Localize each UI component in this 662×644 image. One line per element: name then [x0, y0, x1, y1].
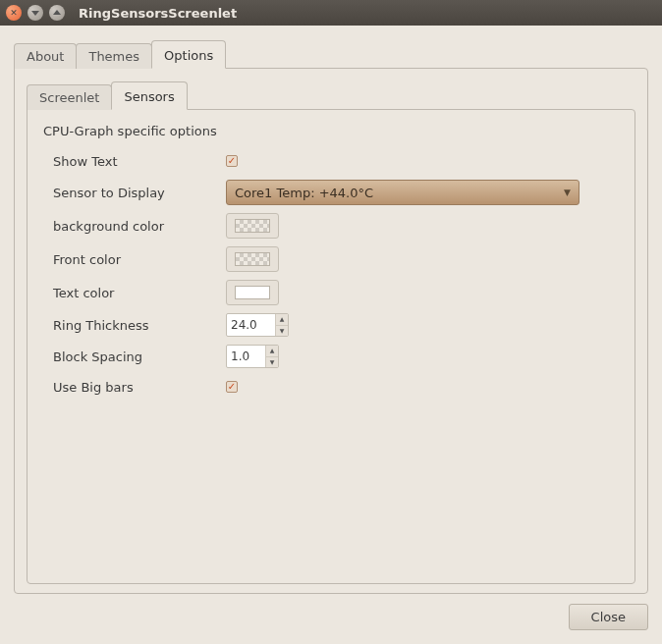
color-button-text[interactable] [226, 280, 279, 305]
spinner-ring-thickness[interactable]: 24.0 ▲ ▼ [226, 313, 289, 337]
row-show-text: Show Text ✓ [43, 150, 619, 172]
window-body: About Themes Options Screenlet Sensors C… [0, 26, 662, 644]
label-show-text: Show Text [43, 154, 226, 169]
spinner-down-icon[interactable]: ▼ [276, 326, 288, 337]
row-front-color: Front color [43, 246, 619, 272]
row-ring-thickness: Ring Thickness 24.0 ▲ ▼ [43, 313, 619, 337]
options-panel: Screenlet Sensors CPU-Graph specific opt… [14, 68, 648, 594]
label-text-color: Text color [43, 286, 226, 300]
inner-tab-strip: Screenlet Sensors [27, 81, 635, 110]
window-minimize-icon[interactable] [28, 5, 43, 21]
main-tab-strip: About Themes Options [14, 40, 648, 69]
spinner-ring-thickness-value[interactable]: 24.0 [227, 314, 275, 336]
checkbox-show-text[interactable]: ✓ [226, 155, 238, 167]
color-swatch-text [235, 286, 270, 299]
titlebar: ✕ RingSensorsScreenlet [0, 0, 662, 26]
spinner-down-icon[interactable]: ▼ [266, 357, 278, 368]
color-button-front[interactable] [226, 246, 279, 272]
spinner-up-icon[interactable]: ▲ [266, 346, 278, 357]
section-title: CPU-Graph specific options [43, 124, 619, 138]
svg-marker-0 [31, 11, 39, 16]
close-button[interactable]: Close [569, 604, 648, 630]
dropdown-sensor-value: Core1 Temp: +44.0°C [235, 186, 373, 200]
row-big-bars: Use Big bars ✓ [43, 376, 619, 398]
tab-sensors[interactable]: Sensors [111, 81, 187, 110]
label-bg-color: background color [43, 219, 226, 234]
label-big-bars: Use Big bars [43, 380, 226, 395]
window-maximize-icon[interactable] [49, 5, 65, 21]
row-text-color: Text color [43, 280, 619, 305]
tab-about[interactable]: About [14, 43, 77, 69]
window-close-icon[interactable]: ✕ [6, 5, 22, 21]
checkbox-big-bars[interactable]: ✓ [226, 381, 238, 393]
svg-marker-1 [53, 10, 61, 15]
spinner-block-spacing-value[interactable]: 1.0 [227, 346, 265, 367]
window-title: RingSensorsScreenlet [79, 6, 237, 21]
color-button-background[interactable] [226, 213, 279, 239]
color-swatch-front [235, 252, 270, 266]
row-block-spacing: Block Spacing 1.0 ▲ ▼ [43, 345, 619, 368]
spinner-up-icon[interactable]: ▲ [276, 314, 288, 326]
row-bg-color: background color [43, 213, 619, 239]
row-sensor: Sensor to Display Core1 Temp: +44.0°C ▼ [43, 180, 619, 205]
color-swatch-background [235, 219, 270, 233]
tab-screenlet[interactable]: Screenlet [27, 84, 112, 110]
dropdown-sensor[interactable]: Core1 Temp: +44.0°C ▼ [226, 180, 579, 205]
tab-themes[interactable]: Themes [76, 43, 152, 69]
label-ring-thickness: Ring Thickness [43, 318, 226, 333]
label-block-spacing: Block Spacing [43, 349, 226, 364]
sensors-panel: CPU-Graph specific options Show Text ✓ S… [27, 109, 635, 584]
label-sensor: Sensor to Display [43, 186, 226, 200]
spinner-block-spacing[interactable]: 1.0 ▲ ▼ [226, 345, 279, 368]
chevron-down-icon: ▼ [564, 188, 571, 197]
label-front-color: Front color [43, 252, 226, 267]
footer: Close [14, 594, 648, 630]
tab-options[interactable]: Options [151, 40, 226, 69]
